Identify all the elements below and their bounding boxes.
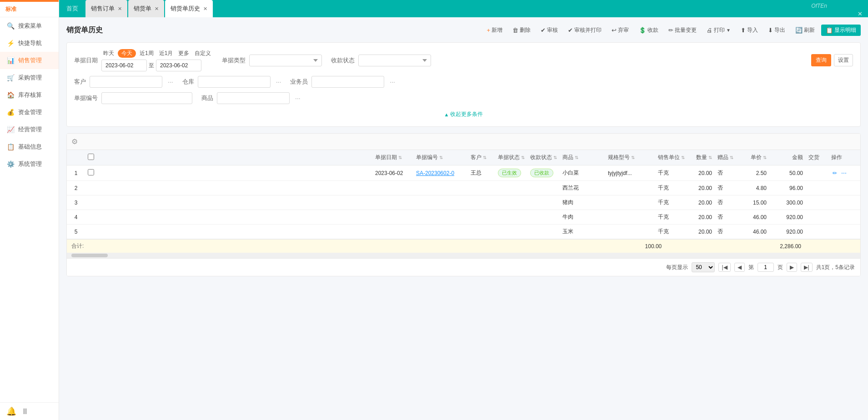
filter-item-business: 业务员 ··· <box>290 76 395 88</box>
footer-icon2[interactable]: ⏸ <box>21 407 29 416</box>
edit-action[interactable]: ✏ <box>831 170 838 176</box>
th-date[interactable]: 单据日期 <box>372 150 413 165</box>
row-checkbox[interactable] <box>88 169 94 175</box>
tab-bar-close-all[interactable]: ✕ <box>852 10 868 17</box>
table-summary: 合计: 100.00 2,286.00 <box>67 239 860 253</box>
date-btn-custom[interactable]: 自定义 <box>193 49 213 58</box>
sidebar-item-purchase-mgmt[interactable]: 🛒 采购管理 <box>0 69 59 86</box>
customer-ellipsis[interactable]: ··· <box>168 78 173 85</box>
audit-button[interactable]: ✔ 审核 <box>537 25 562 36</box>
tab-sales-history[interactable]: 销货单历史 ✕ <box>165 0 213 17</box>
last-page-button[interactable]: ▶| <box>801 263 813 272</box>
cell-pay-status <box>527 181 560 195</box>
batch-change-button[interactable]: ✏ 批量变更 <box>665 25 700 36</box>
settings-button[interactable]: 设置 <box>834 54 853 66</box>
query-button[interactable]: 查询 <box>811 54 831 66</box>
th-gift[interactable]: 赠品 <box>715 150 738 165</box>
tab-home[interactable]: 首页 <box>59 0 85 17</box>
customer-label: 客户 <box>74 78 86 86</box>
th-order-status[interactable]: 单据状态 <box>495 150 527 165</box>
sidebar-item-basic-info[interactable]: 📋 基础信息 <box>0 138 59 155</box>
more-action[interactable]: ⋯ <box>840 170 848 176</box>
business-input[interactable] <box>311 76 384 88</box>
goods-label: 商品 <box>201 94 213 102</box>
business-ellipsis[interactable]: ··· <box>390 78 395 85</box>
cell-qty: 20.00 <box>687 225 715 239</box>
date-btn-last1month[interactable]: 近1月 <box>157 49 175 58</box>
delete-icon: 🗑 <box>512 27 518 34</box>
prev-page-button[interactable]: ◀ <box>734 263 745 272</box>
date-end-input[interactable] <box>156 60 201 71</box>
cell-gift: 否 <box>715 195 738 210</box>
order-type-select[interactable] <box>249 55 322 66</box>
current-page-input[interactable] <box>758 263 774 272</box>
footer-icon1[interactable]: 🔔 <box>6 406 16 416</box>
page-size-select[interactable]: 50 100 200 <box>692 262 715 272</box>
cell-num: 2 <box>67 181 85 195</box>
tab-sales-order[interactable]: 销售订单 ✕ <box>85 0 127 17</box>
import-button[interactable]: ⬆ 导入 <box>737 25 762 36</box>
th-customer[interactable]: 客户 <box>468 150 495 165</box>
date-start-input[interactable] <box>101 60 147 71</box>
th-price[interactable]: 单价 <box>738 150 769 165</box>
sidebar-item-sales-mgmt[interactable]: 📊 销售管理 <box>0 52 59 69</box>
date-btn-more[interactable]: 更多 <box>176 49 191 58</box>
refresh-button[interactable]: 🔄 刷新 <box>792 25 818 36</box>
sidebar-item-label: 采购管理 <box>18 74 42 82</box>
th-qty[interactable]: 数量 <box>687 150 715 165</box>
goods-input[interactable] <box>217 92 290 104</box>
abandon-button[interactable]: ↩ 弃审 <box>608 25 632 36</box>
horizontal-scrollbar[interactable] <box>67 253 860 258</box>
cell-spec <box>605 225 655 239</box>
export-button[interactable]: ⬇ 导出 <box>764 25 789 36</box>
cell-gift: 否 <box>715 225 738 239</box>
sidebar-item-funds-mgmt[interactable]: 💰 资金管理 <box>0 104 59 121</box>
print-button[interactable]: 🖨 打印 ▼ <box>703 25 734 36</box>
sidebar-item-quick-nav[interactable]: ⚡ 快捷导航 <box>0 35 59 52</box>
cell-trade <box>806 181 828 195</box>
warehouse-input[interactable] <box>198 76 271 88</box>
cell-num: 3 <box>67 195 85 210</box>
cell-customer <box>468 225 495 239</box>
new-button[interactable]: + 新增 <box>483 25 507 36</box>
scrollbar-thumb[interactable] <box>71 254 108 257</box>
cell-spec <box>605 195 655 210</box>
page-label-before: 第 <box>748 264 754 271</box>
audit-icon: ✔ <box>541 27 546 34</box>
goods-ellipsis[interactable]: ··· <box>295 95 301 102</box>
sidebar-item-ops-mgmt[interactable]: 📈 经营管理 <box>0 121 59 138</box>
sidebar-item-sys-mgmt[interactable]: ⚙️ 系统管理 <box>0 155 59 173</box>
th-spec[interactable]: 规格型号 <box>605 150 655 165</box>
next-page-button[interactable]: ▶ <box>787 263 797 272</box>
th-goods[interactable]: 商品 <box>560 150 605 165</box>
th-unit[interactable]: 销售单位 <box>655 150 687 165</box>
warehouse-ellipsis[interactable]: ··· <box>276 78 281 85</box>
tab-close-sales-goods[interactable]: ✕ <box>155 6 159 12</box>
th-num <box>67 150 85 165</box>
import-icon: ⬆ <box>741 27 746 34</box>
order-no-input[interactable] <box>101 92 192 104</box>
tab-close-sales-history[interactable]: ✕ <box>203 6 207 12</box>
first-page-button[interactable]: |◀ <box>718 263 730 272</box>
customer-input[interactable] <box>90 76 162 88</box>
sidebar-item-search-menu[interactable]: 🔍 搜索菜单 <box>0 17 59 35</box>
order-code-link[interactable]: SA-20230602-0 <box>416 170 454 176</box>
cell-num: 5 <box>67 225 85 239</box>
tab-sales-goods[interactable]: 销货单 ✕ <box>128 0 164 17</box>
pay-status-select[interactable] <box>358 55 431 66</box>
th-code[interactable]: 单据编号 <box>413 150 468 165</box>
th-pay-status[interactable]: 收款状态 <box>527 150 560 165</box>
audit-print-button[interactable]: ✔ 审核并打印 <box>564 25 605 36</box>
date-btn-today[interactable]: 今天 <box>118 49 136 58</box>
collect-button[interactable]: 💲 收款 <box>635 25 662 36</box>
collapse-button[interactable]: ▲ 收起更多条件 <box>74 109 853 120</box>
table-settings-icon[interactable]: ⚙ <box>71 137 78 146</box>
date-btn-yesterday[interactable]: 昨天 <box>101 49 116 58</box>
show-detail-button[interactable]: 📋 显示明细 <box>821 25 861 36</box>
delete-button[interactable]: 🗑 删除 <box>509 25 534 36</box>
filter-item-date: 单据日期 昨天 今天 近1周 近1月 更多 自定义 至 <box>74 49 213 71</box>
date-btn-last7days[interactable]: 近1周 <box>138 49 156 58</box>
tab-close-sales-order[interactable]: ✕ <box>118 6 122 12</box>
select-all-checkbox[interactable] <box>88 154 94 160</box>
sidebar-item-inventory-calc[interactable]: 🏠 库存核算 <box>0 86 59 104</box>
